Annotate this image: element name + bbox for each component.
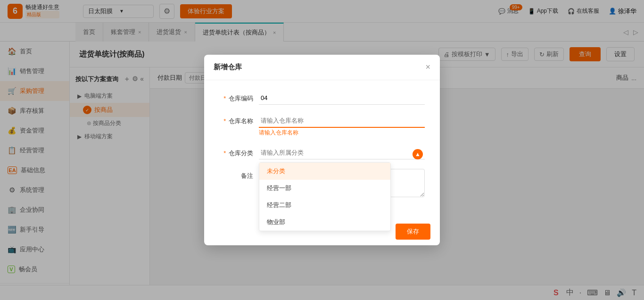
warehouse-dialog: 新增仓库 × * 仓库编码 * 仓库名称	[204, 55, 440, 245]
warehouse-category-row: * 仓库分类 ▲ 未分类 经营一部 经营二部 物业部	[219, 146, 425, 159]
warehouse-category-wrapper: ▲ 未分类 经营一部 经营二部 物业部	[259, 146, 425, 159]
overlay[interactable]: 新增仓库 × * 仓库编码 * 仓库名称	[0, 0, 644, 300]
warehouse-code-input[interactable]	[259, 92, 425, 105]
warehouse-name-row: * 仓库名称 请输入仓库名称	[219, 114, 425, 137]
dialog-header: 新增仓库 ×	[204, 55, 440, 80]
dropdown-toggle-button[interactable]: ▲	[413, 149, 423, 159]
notes-label: 备注	[219, 169, 253, 180]
warehouse-name-input[interactable]	[259, 114, 425, 128]
dropdown-item-operation1[interactable]: 经营一部	[259, 180, 390, 197]
required-mark: *	[223, 95, 226, 102]
warehouse-code-wrapper	[259, 92, 425, 105]
dialog-title: 新增仓库	[214, 63, 242, 72]
required-mark3: *	[223, 150, 226, 157]
dropdown-item-property[interactable]: 物业部	[259, 214, 390, 231]
save-button[interactable]: 保存	[396, 224, 430, 240]
warehouse-name-error: 请输入仓库名称	[259, 129, 425, 137]
dialog-body: * 仓库编码 * 仓库名称 请输入仓库名称	[204, 80, 440, 218]
warehouse-code-row: * 仓库编码	[219, 92, 425, 105]
category-dropdown-list: 未分类 经营一部 经营二部 物业部	[259, 162, 391, 231]
warehouse-category-label: * 仓库分类	[219, 146, 253, 158]
warehouse-name-wrapper: 请输入仓库名称	[259, 114, 425, 137]
warehouse-category-input[interactable]	[259, 146, 425, 159]
warehouse-code-label: * 仓库编码	[219, 92, 253, 103]
warehouse-name-label: * 仓库名称	[219, 114, 253, 125]
dialog-close-button[interactable]: ×	[425, 62, 430, 72]
dropdown-item-uncategorized[interactable]: 未分类	[259, 163, 390, 180]
dropdown-item-operation2[interactable]: 经营二部	[259, 197, 390, 214]
required-mark2: *	[223, 117, 226, 125]
